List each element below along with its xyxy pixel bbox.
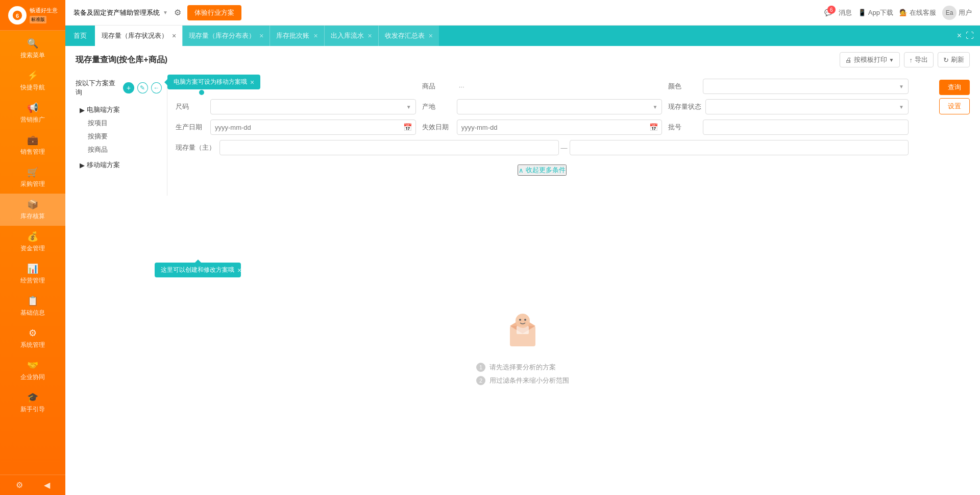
filter-field-status: 现存量状态 ▼	[668, 99, 909, 114]
app-download-btn[interactable]: 📱 App下载	[858, 8, 893, 17]
tab-inventory-dist-close[interactable]: ×	[259, 32, 263, 40]
filter-main-row: 按以下方案查询 + ✎ ← 电脑方案可设为移动方案哦 ×	[65, 74, 980, 196]
filter-field-batch: 批号	[668, 120, 909, 135]
export-btn[interactable]: ↑ 导出	[904, 52, 934, 67]
filter-dots-2[interactable]: ···	[457, 83, 467, 90]
sidebar-item-basic-label: 基础信息	[20, 309, 45, 317]
scheme-group-mobile-header[interactable]: ▶ 移动端方案	[76, 158, 162, 172]
query-btn[interactable]: 查询	[939, 80, 970, 95]
system-title-select[interactable]: 装备及固定资产辅助管理系统 ▼	[74, 8, 168, 17]
scheme-item-project[interactable]: 按项目	[76, 116, 162, 130]
scheme-item-summary[interactable]: 按摘要	[76, 130, 162, 143]
expire-date-input[interactable]	[457, 120, 663, 135]
logo-text-group: 畅通好生意 标准版	[30, 7, 58, 23]
sidebar-item-inventory[interactable]: 📦 库存核算	[0, 194, 65, 226]
tab-inventory-status-label: 现存量（库存状况表）	[102, 31, 168, 40]
app-download-label: App下载	[868, 8, 893, 17]
scheme-tooltip-close[interactable]: ×	[250, 78, 254, 86]
edit-scheme-btn[interactable]: ✎	[137, 82, 148, 93]
sidebar-item-system[interactable]: ⚙ 系统管理	[0, 322, 65, 355]
sidebar-item-search[interactable]: 🔍 搜索菜单	[0, 33, 65, 65]
sidebar-settings-btn[interactable]: ⚙	[16, 480, 23, 490]
arrow-scheme-btn[interactable]: ←	[151, 82, 162, 93]
batch-input[interactable]	[703, 120, 909, 135]
sidebar-item-finance[interactable]: 💰 资金管理	[0, 226, 65, 258]
tab-inventory-dist-label: 现存量（库存分布表）	[189, 31, 255, 40]
print-btn[interactable]: 🖨 按模板打印 ▼	[840, 52, 900, 67]
sidebar-item-operations[interactable]: 📊 经营管理	[0, 258, 65, 290]
step-num-1: 1	[476, 363, 485, 372]
svg-point-6	[516, 314, 530, 328]
collapse-row: ∧ 收起更多条件	[176, 160, 909, 178]
collapse-btn[interactable]: ∧ 收起更多条件	[518, 164, 567, 176]
online-service-btn[interactable]: 💁 在线客服	[899, 8, 936, 17]
tab-summary-label: 收发存汇总表	[385, 31, 425, 40]
inventory-range-max[interactable]	[570, 140, 909, 155]
empty-step-1: 1 请先选择要分析的方案	[476, 363, 569, 372]
export-btn-label: 导出	[915, 55, 928, 64]
produce-date-input[interactable]	[210, 120, 416, 135]
add-scheme-btn[interactable]: +	[123, 82, 134, 93]
step-num-2: 2	[476, 376, 485, 385]
refresh-btn[interactable]: ↻ 刷新	[938, 52, 970, 67]
notification-btn[interactable]: 💬 6	[824, 9, 832, 16]
system-title-text: 装备及固定资产辅助管理系统	[74, 8, 160, 17]
sidebar-item-basic[interactable]: 📋 基础信息	[0, 290, 65, 322]
origin-select[interactable]: ▼	[457, 99, 663, 114]
scheme-item-product[interactable]: 按商品	[76, 143, 162, 156]
sidebar-item-purchase[interactable]: 🛒 采购管理	[0, 161, 65, 194]
tab-batch-account[interactable]: 库存批次账 ×	[270, 26, 324, 46]
sidebar-item-quicknav-label: 快捷导航	[20, 83, 45, 92]
edit-tooltip-close[interactable]: ×	[237, 266, 241, 274]
expire-date-icon[interactable]: 📅	[649, 123, 658, 131]
filter-label: 按以下方案查询	[76, 79, 120, 97]
tab-flow-close[interactable]: ×	[368, 32, 372, 40]
tab-inventory-status[interactable]: 现存量（库存状况表） ×	[95, 26, 182, 46]
tab-inventory-dist[interactable]: 现存量（库存分布表） ×	[182, 26, 270, 46]
range-separator: —	[561, 144, 568, 152]
finance-icon: 💰	[27, 231, 38, 242]
inventory-range-min[interactable]	[219, 140, 559, 155]
logo-badge: 标准版	[30, 16, 46, 23]
tab-inventory-status-close[interactable]: ×	[172, 32, 176, 40]
sidebar-item-quicknav[interactable]: ⚡ 快捷导航	[0, 65, 65, 97]
status-select[interactable]: ▼	[705, 99, 909, 114]
sidebar-item-sales[interactable]: 💼 销售管理	[0, 129, 65, 161]
tab-close-all-btn[interactable]: ×	[957, 31, 962, 40]
tab-summary[interactable]: 收发存汇总表 ×	[378, 26, 439, 46]
sidebar-item-collab-label: 企业协同	[20, 373, 45, 382]
header-gear-btn[interactable]: ⚙	[174, 8, 181, 17]
sidebar-item-sales-label: 销售管理	[20, 148, 45, 156]
tab-batch-account-close[interactable]: ×	[313, 32, 317, 40]
sidebar-item-finance-label: 资金管理	[20, 244, 45, 253]
size-select[interactable]: ▼	[210, 99, 416, 114]
sidebar: 6 畅通好生意 标准版 🔍 搜索菜单 ⚡ 快捷导航 📢 营销推广 💼 销售管理 …	[0, 0, 65, 495]
tab-fullscreen-btn[interactable]: ⛶	[966, 31, 974, 40]
user-btn[interactable]: Ea 用户	[942, 6, 972, 20]
tab-flow[interactable]: 出入库流水 ×	[324, 26, 378, 46]
empty-state: 1 请先选择要分析的方案 2 用过滤条件来缩小分析范围	[65, 196, 980, 495]
color-select-arrow: ▼	[899, 84, 904, 89]
trial-industry-btn[interactable]: 体验行业方案	[187, 5, 241, 20]
user-initials: Ea	[946, 9, 953, 16]
notification-label: 消息	[839, 8, 852, 17]
filter-field-product: 商品 ···	[422, 82, 663, 91]
sidebar-collapse-btn[interactable]: ◀	[44, 480, 50, 490]
print-icon: 🖨	[845, 56, 852, 64]
tab-summary-close[interactable]: ×	[429, 32, 433, 40]
scheme-group-desktop-header[interactable]: ▶ 电脑端方案	[76, 103, 162, 116]
tab-home[interactable]: 首页	[65, 26, 95, 46]
sidebar-item-marketing[interactable]: 📢 营销推广	[0, 97, 65, 129]
sidebar-item-guide[interactable]: 🎓 新手引导	[0, 387, 65, 419]
tab-bar: 首页 现存量（库存状况表） × 现存量（库存分布表） × 库存批次账 × 出入库…	[65, 26, 980, 46]
step-1-text: 请先选择要分析的方案	[489, 363, 556, 372]
reset-btn[interactable]: 设置	[939, 98, 970, 114]
color-label: 颜色	[668, 82, 699, 91]
sidebar-bottom: ⚙ ◀	[0, 475, 65, 495]
export-icon: ↑	[910, 56, 913, 64]
scheme-section: ▶ 电脑端方案 按项目 按摘要 按商品 ▶ 移动端方案	[76, 101, 162, 176]
color-select[interactable]: ▼	[703, 79, 909, 94]
inventory-range-field: —	[219, 140, 909, 155]
produce-date-icon[interactable]: 📅	[403, 123, 412, 131]
sidebar-item-collab[interactable]: 🤝 企业协同	[0, 355, 65, 387]
